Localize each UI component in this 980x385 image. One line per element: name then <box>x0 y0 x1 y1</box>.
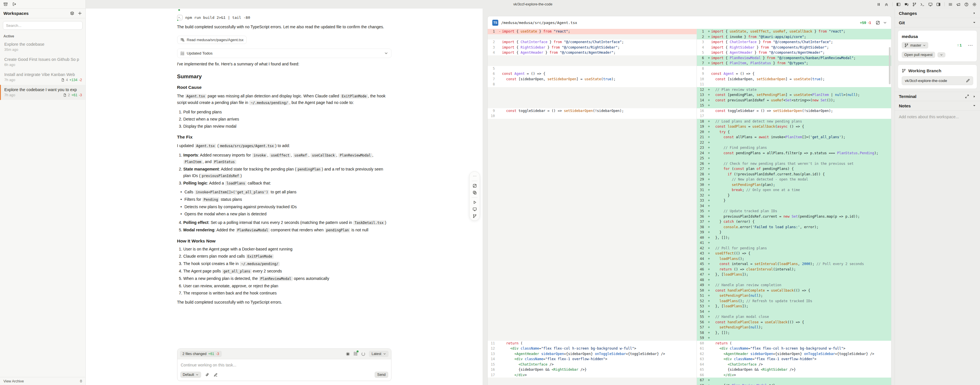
panel-left-icon[interactable] <box>896 2 900 6</box>
diff-scrollbar[interactable] <box>889 47 891 84</box>
diff-row: 1-import { useState } from "react";1+imp… <box>488 29 891 34</box>
diff-row: 56+ const handlePlanClose = useCallback(… <box>488 320 891 325</box>
diff-row: 3import { RightSidebar } from "@/compone… <box>488 45 891 50</box>
changes-section-header[interactable]: Changes <box>895 9 980 18</box>
chevron-down-icon <box>940 53 943 56</box>
notes-placeholder[interactable]: Add notes about this workspace... <box>895 111 980 123</box>
inline-code: ~/.medusa/pending/ <box>249 100 289 105</box>
app-window: vk/3ccf-explore-the-code Workspaces Acti… <box>0 0 980 385</box>
spark-icon[interactable] <box>346 352 350 356</box>
open-pr-label: Open pull request <box>904 53 932 57</box>
diff-row: 42+ // Poll for pending plans <box>488 246 891 251</box>
chevron-right-icon <box>972 95 976 98</box>
inline-code: TaskDetail.tsx <box>353 221 385 225</box>
diff-row: 32+ } <box>488 193 891 198</box>
diff-row: 19+ const loadPlans = useCallback(async … <box>488 124 891 129</box>
assistant-summary: I've implemented the fix. Here's a summa… <box>177 61 391 305</box>
updated-todos-row[interactable]: Updated Todos <box>177 49 391 58</box>
read-file-chip[interactable]: Read medusa/src/pages/Agent.tsx <box>177 36 247 44</box>
layers-icon[interactable] <box>70 11 74 16</box>
ordered-list: Polling effect: Set up a polling interva… <box>177 220 391 233</box>
diff-row: 58 <box>488 66 891 72</box>
collapse-icon[interactable] <box>884 2 889 6</box>
monitor-icon[interactable] <box>928 2 932 6</box>
working-branch-field[interactable]: vk/3ccf-explore-the-code <box>902 76 973 85</box>
paragraph: The build completed successfully with no… <box>177 299 391 305</box>
help-icon[interactable] <box>964 2 969 6</box>
terminal-icon[interactable] <box>920 2 924 6</box>
branch-dropdown[interactable]: master <box>902 42 928 49</box>
repo-menu-button[interactable]: ··· <box>968 43 973 48</box>
workspaces-sidebar: Workspaces Active Explore the codebase 3… <box>0 0 86 385</box>
split-diff-icon[interactable] <box>876 21 880 25</box>
read-file-label: Read medusa/src/pages/Agent.tsx <box>187 38 244 42</box>
panel-right-icon[interactable] <box>936 2 940 6</box>
view-archive-link[interactable]: View Archive <box>3 379 24 383</box>
diff-icon[interactable] <box>473 184 477 188</box>
collapse-file-icon[interactable] <box>883 21 887 25</box>
workspace-item[interactable]: Explore the codebase I want you to exp 7… <box>0 85 86 100</box>
version-dropdown[interactable]: Latest <box>369 351 388 357</box>
diff-row: 21+ const allPlans = await invoke<PlanIt… <box>488 135 891 140</box>
inline-code: ExitPlanMode <box>246 254 274 259</box>
sign-out-icon[interactable] <box>12 2 17 6</box>
ordered-list: Imports: Added necessary imports for inv… <box>177 152 391 186</box>
list-item: When a new pending plan is detected, the… <box>183 275 391 282</box>
megaphone-icon[interactable] <box>956 2 961 6</box>
diff-body[interactable]: 1-import { useState } from "react";1+imp… <box>488 29 891 385</box>
menu-icon[interactable] <box>948 2 953 6</box>
mode-dropdown[interactable]: Default <box>180 372 201 378</box>
active-section-label: Active <box>0 31 86 40</box>
files-changed-chip[interactable]: 2 files changed +61 -3 <box>180 351 222 357</box>
git-branch-icon[interactable] <box>912 2 916 6</box>
chat-icon[interactable] <box>904 2 908 6</box>
todos-status-icon[interactable] <box>353 351 358 357</box>
diff-row: 26+ // Check for new pending plans that … <box>488 161 891 167</box>
git-title: Git <box>899 20 972 25</box>
divider <box>472 181 477 181</box>
git-section-header[interactable]: Git <box>895 18 980 27</box>
files-changed-label: 2 files changed <box>183 352 207 356</box>
workspace-item[interactable]: Explore the codebase 35m ago <box>0 40 86 54</box>
terminal-section-header[interactable]: Terminal <box>895 92 980 101</box>
workspaces-header: Workspaces <box>0 9 86 18</box>
send-button[interactable]: Send <box>375 372 388 378</box>
add-workspace-icon[interactable] <box>78 11 82 16</box>
paragraph: The Agent.tsx page was missing all plan … <box>177 93 391 106</box>
workspace-item[interactable]: Create Good First Issues on Github So p … <box>0 54 86 70</box>
settings-icon[interactable] <box>972 2 977 6</box>
search-input[interactable] <box>3 21 83 30</box>
attach-icon[interactable] <box>205 373 209 377</box>
pause-icon[interactable] <box>877 3 881 6</box>
search-box <box>3 21 83 30</box>
diff-row: 55+ // Handle plan modal close <box>488 314 891 320</box>
message-input[interactable] <box>181 363 388 367</box>
status-dot <box>178 9 180 11</box>
monitor-icon[interactable] <box>473 207 477 212</box>
pen-icon[interactable] <box>213 373 218 377</box>
archive-icon[interactable] <box>3 2 8 6</box>
todos-label: Updated Todos <box>187 51 213 56</box>
play-icon[interactable] <box>473 200 477 205</box>
dots-icon[interactable] <box>473 174 477 178</box>
open-pr-dropdown[interactable] <box>937 52 945 57</box>
assistant-message: The build completed successfully with no… <box>177 24 391 30</box>
diff-row: 15 <ChatInterface />64 <ChatInterface /> <box>488 362 891 367</box>
paragraph: I've implemented the fix. Here's a summa… <box>177 61 391 67</box>
open-pr-button[interactable]: Open pull request <box>902 52 935 58</box>
floating-toolbar <box>469 171 480 221</box>
terminal-command-row[interactable]: >_ npm run build 2>&1 | tail -80 <box>177 15 391 20</box>
chevron-down-icon <box>923 44 926 47</box>
workspace-item[interactable]: Install and integrate Vibe Kanban Web 7h… <box>0 70 86 85</box>
list-item: User can review, annotate, approve, or r… <box>183 283 391 289</box>
expand-icon[interactable] <box>965 94 969 99</box>
inline-code: PlanStatus <box>213 160 236 164</box>
notes-section-header[interactable]: Notes <box>895 101 980 111</box>
inline-code: PlanReviewModal <box>259 277 293 281</box>
divider <box>944 2 945 6</box>
edit-icon[interactable] <box>966 78 970 83</box>
git-branch-icon[interactable] <box>473 214 477 218</box>
chevron-down-icon[interactable] <box>384 51 388 56</box>
chat-scroll-area[interactable]: >_ npm run build 2>&1 | tail -80 The bui… <box>86 9 482 347</box>
copy-icon[interactable] <box>473 191 477 195</box>
